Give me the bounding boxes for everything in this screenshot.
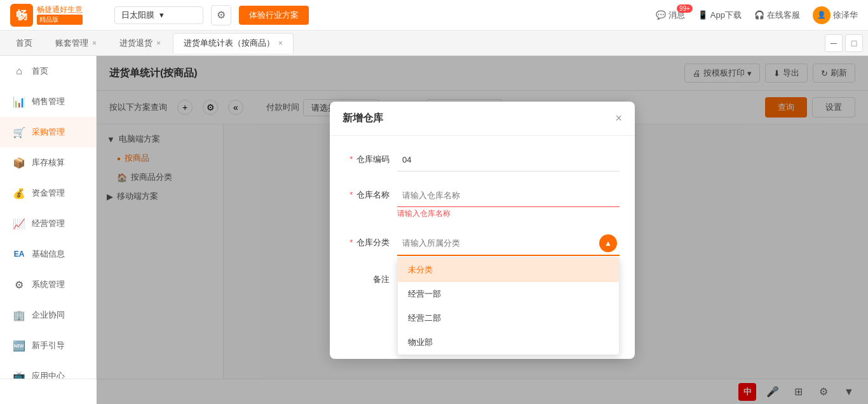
tab-purchase-stat-label: 进货单统计表（按商品） xyxy=(184,37,275,49)
tab-account-close[interactable]: × xyxy=(92,39,97,48)
enterprise-icon: 🏢 xyxy=(13,309,25,321)
modal-overlay[interactable]: 新增仓库 × * 仓库编码 xyxy=(97,56,868,404)
store-dropdown-icon: ▾ xyxy=(159,10,164,20)
tab-account-label: 账套管理 xyxy=(55,37,88,49)
store-name: 日太阳膜 xyxy=(121,10,154,21)
tab-purchase-return-label: 进货退货 xyxy=(119,37,153,49)
category-label: * 仓库分类 xyxy=(345,232,390,248)
gear-icon: ⚙ xyxy=(217,9,226,21)
logo-text-block: 畅捷通好生意 精品版 xyxy=(37,5,83,25)
app-download-item[interactable]: 📱 App下载 xyxy=(698,10,742,21)
tab-account[interactable]: 账套管理 × xyxy=(44,33,107,53)
content-area: 进货单统计(按商品) 🖨 按模板打印 ▾ ⬇ 导出 ↻ 刷新 按以下方案查询 xyxy=(97,56,868,404)
system-icon: ⚙ xyxy=(13,279,25,291)
avatar: 👤 xyxy=(813,6,831,24)
category-option-property[interactable]: 物业部 xyxy=(398,330,619,354)
form-row-category: * 仓库分类 ▲ 未分类 经营一部 经营二部 xyxy=(345,232,620,256)
tab-home-label: 首页 xyxy=(16,37,32,49)
basic-icon: EA xyxy=(13,250,25,259)
avatar-icon: 👤 xyxy=(817,11,826,19)
message-icon: 💬 xyxy=(656,10,666,20)
header-right: 💬 消息 99+ 📱 App下载 🎧 在线客服 👤 徐泽华 xyxy=(656,6,858,24)
code-input[interactable] xyxy=(397,149,620,172)
dialog-close-button[interactable]: × xyxy=(615,112,622,124)
tab-purchase-return-close[interactable]: × xyxy=(156,39,161,48)
operations-icon: 📈 xyxy=(13,218,25,230)
required-star-name: * xyxy=(349,190,353,199)
category-dropdown-list: 未分类 经营一部 经营二部 物业部 xyxy=(397,257,620,355)
sidebar-label-sales: 销售管理 xyxy=(32,96,65,107)
name-label: * 仓库名称 xyxy=(345,184,390,201)
new-warehouse-dialog: 新增仓库 × * 仓库编码 xyxy=(330,102,635,359)
sidebar-item-finance[interactable]: 💰 资金管理 xyxy=(0,178,96,208)
logo-char: 畅 xyxy=(16,8,27,23)
home-icon: ⌂ xyxy=(13,65,25,77)
category-option-none[interactable]: 未分类 xyxy=(398,258,619,282)
tab-bar: 首页 账套管理 × 进货退货 × 进货单统计表（按商品） × ─ □ xyxy=(0,30,868,56)
category-field: ▲ 未分类 经营一部 经营二部 物业部 xyxy=(397,232,620,256)
form-row-name: * 仓库名称 请输入仓库名称 xyxy=(345,184,620,219)
notification-badge: 99+ xyxy=(677,4,693,13)
sidebar-item-inventory[interactable]: 📦 库存核算 xyxy=(0,147,96,178)
tab-minimize-button[interactable]: ─ xyxy=(825,34,843,52)
tab-home[interactable]: 首页 xyxy=(5,33,43,53)
mobile-icon: 📱 xyxy=(698,10,708,20)
main-layout: ⌂ 首页 📊 销售管理 🛒 采购管理 📦 库存核算 💰 资金管理 📈 经营管理 … xyxy=(0,56,868,404)
sidebar-label-enterprise: 企业协同 xyxy=(32,309,65,321)
store-selector[interactable]: 日太阳膜 ▾ xyxy=(114,6,203,24)
sidebar-label-newbie: 新手引导 xyxy=(32,340,65,351)
trial-button[interactable]: 体验行业方案 xyxy=(239,6,309,25)
dialog-header: 新增仓库 × xyxy=(330,102,635,136)
notification-item[interactable]: 💬 消息 99+ xyxy=(656,10,685,21)
gear-button[interactable]: ⚙ xyxy=(211,5,231,25)
sidebar-item-enterprise[interactable]: 🏢 企业协同 xyxy=(0,300,96,330)
sidebar-label-purchase: 采购管理 xyxy=(32,126,65,138)
category-input[interactable] xyxy=(397,232,599,255)
dialog-body: * 仓库编码 * 仓库名称 xyxy=(330,136,635,317)
sidebar-item-sales[interactable]: 📊 销售管理 xyxy=(0,86,96,117)
tab-purchase-stat[interactable]: 进货单统计表（按商品） × xyxy=(173,33,294,53)
sidebar-label-inventory: 库存核算 xyxy=(32,157,65,168)
logo-text: 畅捷通好生意 xyxy=(37,5,83,15)
name-input[interactable] xyxy=(397,184,620,207)
sales-icon: 📊 xyxy=(13,96,25,108)
tab-purchase-stat-close[interactable]: × xyxy=(278,39,283,48)
user-item[interactable]: 👤 徐泽华 xyxy=(813,6,858,24)
sidebar-label-finance: 资金管理 xyxy=(32,187,65,199)
required-star-code: * xyxy=(349,154,353,164)
category-option-dept1[interactable]: 经营一部 xyxy=(398,282,619,306)
tab-bar-actions: ─ □ xyxy=(825,34,863,52)
category-input-wrap: ▲ xyxy=(397,232,620,256)
customer-service-label: 在线客服 xyxy=(767,10,800,21)
inventory-icon: 📦 xyxy=(13,157,25,169)
purchase-icon: 🛒 xyxy=(13,126,25,138)
tab-purchase-return[interactable]: 进货退货 × xyxy=(109,33,172,53)
username: 徐泽华 xyxy=(833,10,858,21)
app-download-label: App下载 xyxy=(710,10,742,21)
sidebar-label-home: 首页 xyxy=(32,65,48,77)
headset-icon: 🎧 xyxy=(754,10,764,20)
sidebar-item-operations[interactable]: 📈 经营管理 xyxy=(0,208,96,239)
sidebar: ⌂ 首页 📊 销售管理 🛒 采购管理 📦 库存核算 💰 资金管理 📈 经营管理 … xyxy=(0,56,97,404)
sidebar-item-newbie[interactable]: 🆕 新手引导 xyxy=(0,330,96,361)
finance-icon: 💰 xyxy=(13,187,25,199)
sidebar-item-basic[interactable]: EA 基础信息 xyxy=(0,239,96,269)
form-row-code: * 仓库编码 xyxy=(345,149,620,172)
name-field: 请输入仓库名称 xyxy=(397,184,620,219)
category-option-dept2[interactable]: 经营二部 xyxy=(398,306,619,330)
customer-service-item[interactable]: 🎧 在线客服 xyxy=(754,10,800,21)
top-header: 畅 畅捷通好生意 精品版 日太阳膜 ▾ ⚙ 体验行业方案 💬 消息 99+ 📱 … xyxy=(0,0,868,30)
sidebar-item-system[interactable]: ⚙ 系统管理 xyxy=(0,269,96,300)
category-dropdown-arrow[interactable]: ▲ xyxy=(599,234,617,252)
dialog-title: 新增仓库 xyxy=(342,112,383,125)
sidebar-label-operations: 经营管理 xyxy=(32,218,65,229)
code-label: * 仓库编码 xyxy=(345,149,390,165)
name-error-msg: 请输入仓库名称 xyxy=(397,208,620,219)
logo-icon: 畅 xyxy=(10,4,33,27)
sidebar-item-home[interactable]: ⌂ 首页 xyxy=(0,56,96,86)
required-star-category: * xyxy=(349,238,353,247)
tab-maximize-button[interactable]: □ xyxy=(845,34,863,52)
logo-badge: 精品版 xyxy=(37,15,83,25)
code-field xyxy=(397,149,620,172)
sidebar-item-purchase[interactable]: 🛒 采购管理 xyxy=(0,117,96,147)
